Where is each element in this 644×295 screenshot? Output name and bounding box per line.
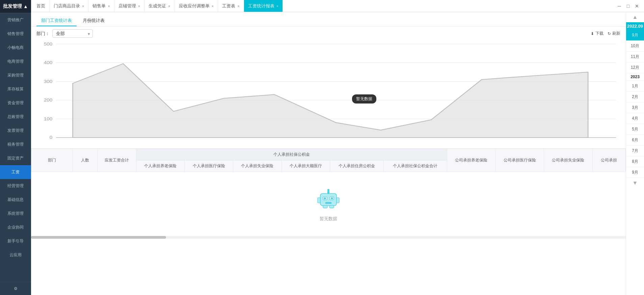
svg-rect-21 <box>318 198 320 203</box>
sidebar-item-税务管理[interactable]: 税务管理 <box>0 138 31 151</box>
minimize-button[interactable]: ─ <box>616 3 622 9</box>
content-area: 部门工资统计表月份统计表 部门： 全部销售部财务部技术部行政部 ⬇ 下载 ↻ <box>31 12 644 295</box>
cal-2022-11月[interactable]: 11月 <box>626 52 644 62</box>
svg-rect-19 <box>327 191 329 194</box>
tab-close-icon[interactable]: × <box>212 4 214 8</box>
maximize-button[interactable]: □ <box>625 3 631 9</box>
sidebar-item-资金管理[interactable]: 资金管理 <box>0 96 31 110</box>
svg-point-16 <box>324 197 326 199</box>
calendar-scroll-up[interactable]: ▲ <box>626 12 644 22</box>
tabs-container: 首页门店商品目录×销售单×店铺管理×生成凭证×应收应付调整单×工资表×工资统计报… <box>32 0 283 12</box>
sub-tab-部门工资统计表[interactable]: 部门工资统计表 <box>36 16 77 26</box>
cal-2023-8月[interactable]: 8月 <box>626 156 644 167</box>
cal-2023-4月[interactable]: 4月 <box>626 113 644 124</box>
svg-rect-18 <box>325 202 331 204</box>
sidebar-item-企业协同[interactable]: 企业协同 <box>0 220 31 234</box>
tab-close-icon[interactable]: × <box>276 4 278 8</box>
refresh-icon: ↻ <box>608 31 611 36</box>
cal-2022-10月[interactable]: 10月 <box>626 41 644 52</box>
cal-2023-2月[interactable]: 2月 <box>626 92 644 102</box>
sidebar-item-固定资产[interactable]: 固定资产 <box>0 151 31 165</box>
sidebar-item-销售管理[interactable]: 销售管理 <box>0 27 31 41</box>
tab-销售单[interactable]: 销售单× <box>88 0 114 12</box>
cal-2023-6月[interactable]: 6月 <box>626 135 644 146</box>
tab-首页[interactable]: 首页 <box>32 0 50 12</box>
sidebar-item-云应用[interactable]: 云应用 <box>0 248 31 262</box>
table-area[interactable]: 部门人数应发工资合计个人承担社保公积金公司承担养老保险公司承担医疗保险公司承担失… <box>31 148 626 295</box>
tab-门店商品目录[interactable]: 门店商品目录× <box>50 0 88 12</box>
th-公司承担失业保险: 公司承担失业保险 <box>544 149 592 172</box>
sidebar-item-电商管理[interactable]: 电商管理 <box>0 55 31 68</box>
tab-label: 销售单 <box>92 3 106 9</box>
sidebar-item-经营管理[interactable]: 经营管理 <box>0 179 31 193</box>
tab-工资统计报表[interactable]: 工资统计报表× <box>244 0 283 12</box>
tab-close-icon[interactable]: × <box>237 4 239 8</box>
tab-close-icon[interactable]: × <box>138 4 140 8</box>
sidebar-item-新手引导[interactable]: 新手引导 <box>0 234 31 248</box>
sub-tab-月份统计表[interactable]: 月份统计表 <box>78 16 109 26</box>
scrollbar-thumb[interactable] <box>31 236 166 239</box>
th-sub-个人承担大额医疗: 个人承担大额医疗 <box>281 160 330 172</box>
tab-label: 店铺管理 <box>118 3 136 9</box>
dept-select-wrapper[interactable]: 全部销售部财务部技术部行政部 <box>52 29 93 38</box>
tab-店铺管理[interactable]: 店铺管理× <box>114 0 144 12</box>
sidebar-item-总账管理[interactable]: 总账管理 <box>0 110 31 124</box>
cal-2023-3月[interactable]: 3月 <box>626 102 644 113</box>
sidebar-items: 营销推广销售管理小畅电商电商管理采购管理库存核算资金管理总账管理发票管理税务管理… <box>0 13 31 282</box>
th-sub-个人承担住房公积金: 个人承担住房公积金 <box>330 160 383 172</box>
data-table: 部门人数应发工资合计个人承担社保公积金公司承担养老保险公司承担医疗保险公司承担失… <box>31 149 626 235</box>
sidebar-item-发票管理[interactable]: 发票管理 <box>0 124 31 138</box>
svg-point-17 <box>331 197 333 199</box>
svg-rect-13 <box>320 194 337 206</box>
refresh-btn[interactable]: ↻ 刷新 <box>608 31 620 36</box>
tab-应收应付调整单[interactable]: 应收应付调整单× <box>175 0 218 12</box>
horizontal-scrollbar[interactable] <box>31 236 626 239</box>
tab-close-icon[interactable]: × <box>108 4 110 8</box>
th-公司承担: 公司承担 <box>592 149 625 172</box>
sidebar-item-库存核算[interactable]: 库存核算 <box>0 82 31 96</box>
tab-label: 应收应付调整单 <box>179 3 210 9</box>
calendar-scroll-down[interactable]: ▼ <box>626 178 644 188</box>
cal-2023-7月[interactable]: 7月 <box>626 146 644 156</box>
cal-2023-9月[interactable]: 9月 <box>626 167 644 178</box>
sidebar-item-基础信息[interactable]: 基础信息 <box>0 193 31 207</box>
sidebar-title: 批发管理 <box>3 3 22 9</box>
tab-bar: 首页门店商品目录×销售单×店铺管理×生成凭证×应收应付调整单×工资表×工资统计报… <box>31 0 644 12</box>
sidebar-item-营销推广[interactable]: 营销推广 <box>0 13 31 27</box>
cal-2023-1月[interactable]: 1月 <box>626 81 644 92</box>
tab-label: 生成凭证 <box>149 3 166 9</box>
tab-label: 工资表 <box>222 3 235 9</box>
empty-icon <box>315 185 342 212</box>
sidebar-item-小畅电商[interactable]: 小畅电商 <box>0 41 31 55</box>
th-sub-个人承担失业保险: 个人承担失业保险 <box>233 160 282 172</box>
download-btn[interactable]: ⬇ 下载 <box>591 31 603 36</box>
cal-2022-12月[interactable]: 12月 <box>626 62 644 73</box>
sidebar-item-系统管理[interactable]: 系统管理 <box>0 207 31 220</box>
th-公司承担养老保险: 公司承担养老保险 <box>447 149 495 172</box>
th-公司承担医疗保险: 公司承担医疗保险 <box>495 149 544 172</box>
calendar-2023-section: 1月2月3月4月5月6月7月8月9月 <box>626 81 644 178</box>
tab-close-icon[interactable]: × <box>168 4 170 8</box>
cal-2022-9月[interactable]: 9月 <box>626 30 644 41</box>
sidebar-settings[interactable]: ⚙ <box>0 282 31 295</box>
th-sub-个人承担养老保险: 个人承担养老保险 <box>136 160 185 172</box>
sidebar-item-工资[interactable]: 工资 <box>0 165 31 179</box>
sidebar-item-采购管理[interactable]: 采购管理 <box>0 68 31 82</box>
sidebar: 批发管理 ▲ 营销推广销售管理小畅电商电商管理采购管理库存核算资金管理总账管理发… <box>0 0 31 295</box>
close-button[interactable]: ✕ <box>634 3 640 9</box>
tab-生成凭证[interactable]: 生成凭证× <box>144 0 175 12</box>
svg-text:0: 0 <box>50 135 53 140</box>
svg-text:200: 200 <box>44 98 53 102</box>
th-人数: 人数 <box>73 149 98 172</box>
tab-label: 首页 <box>36 3 45 9</box>
tab-close-icon[interactable]: × <box>82 4 84 8</box>
th-sub-个人承担社保公积金合计: 个人承担社保公积金合计 <box>383 160 447 172</box>
sidebar-top[interactable]: 批发管理 ▲ <box>0 0 31 13</box>
dept-select[interactable]: 全部销售部财务部技术部行政部 <box>52 29 93 38</box>
tab-工资表[interactable]: 工资表× <box>218 0 244 12</box>
chart-area: 5004003002001000 暂无数据 <box>31 40 626 148</box>
empty-text: 暂无数据 <box>320 216 337 222</box>
th-group-personal: 个人承担社保公积金 <box>136 149 447 160</box>
th-应发工资合计: 应发工资合计 <box>98 149 136 172</box>
cal-2023-5月[interactable]: 5月 <box>626 124 644 135</box>
